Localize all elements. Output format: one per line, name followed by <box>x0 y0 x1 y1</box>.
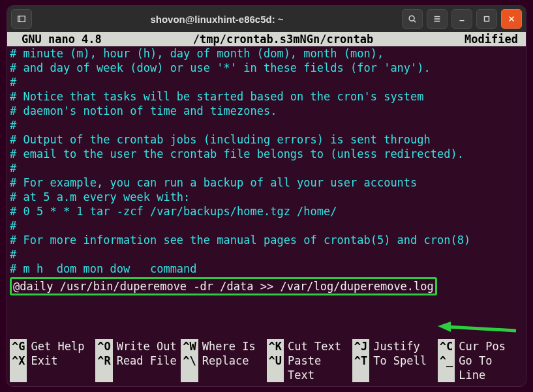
window-title: shovon@linuxhint-e86c5d: ~ <box>35 14 399 25</box>
close-icon <box>507 14 516 23</box>
svg-rect-8 <box>485 17 489 22</box>
shortcut-paste: ^UPaste Text <box>267 354 352 382</box>
search-icon <box>408 14 417 23</box>
content-line: # For more information see the manual pa… <box>10 234 470 247</box>
content-line: # daemon's notion of time and timezones. <box>10 104 277 117</box>
svg-line-3 <box>414 20 416 22</box>
new-tab-icon <box>17 14 26 23</box>
content-line: # m h dom mon dow command <box>10 262 197 275</box>
content-line: # <box>10 248 16 261</box>
shortcut-readfile: ^RRead File <box>95 354 181 382</box>
content-line: # at 5 a.m every week with: <box>10 190 190 204</box>
svg-rect-0 <box>18 16 25 22</box>
shortcut-goto: ^_Go To Line <box>438 354 523 382</box>
nano-status: Modified <box>464 32 522 46</box>
content-line: # <box>10 219 16 232</box>
terminal-window: shovon@linuxhint-e86c5d: ~ GNU nano 4.8 … <box>7 5 526 387</box>
content-line: # minute (m), hour (h), day of month (do… <box>10 47 384 60</box>
content-line: # and day of week (dow) or use '*' in th… <box>10 61 431 74</box>
shortcut-spell: ^TTo Spell <box>352 354 438 382</box>
nano-filepath: /tmp/crontab.s3mNGn/crontab <box>102 32 464 46</box>
search-button[interactable] <box>402 9 423 29</box>
highlighted-line-box: @daily /usr/bin/duperemove -dr /data >> … <box>10 277 437 295</box>
content-line: # Notice that tasks will be started base… <box>10 90 424 103</box>
content-line: # <box>10 76 16 89</box>
terminal-area[interactable]: GNU nano 4.8 /tmp/crontab.s3mNGn/crontab… <box>7 32 526 386</box>
hamburger-icon <box>433 14 442 23</box>
shortcut-curpos: ^CCur Pos <box>438 339 523 354</box>
shortcut-whereis: ^WWhere Is <box>181 339 266 354</box>
content-line: # email to the user the crontab file bel… <box>10 147 464 160</box>
titlebar: shovon@linuxhint-e86c5d: ~ <box>7 6 526 32</box>
content-line: # 0 5 * * 1 tar -zcf /var/backups/home.t… <box>10 205 337 218</box>
new-tab-button[interactable] <box>11 9 32 29</box>
annotation-arrow-icon <box>438 322 516 335</box>
menu-button[interactable] <box>427 9 448 29</box>
shortcut-justify: ^JJustify <box>352 339 438 354</box>
shortcut-cut: ^KCut Text <box>267 339 352 354</box>
highlighted-line: @daily /usr/bin/duperemove -dr /data >> … <box>13 280 434 293</box>
shortcut-replace: ^\Replace <box>181 354 266 382</box>
svg-marker-12 <box>438 322 451 332</box>
maximize-button[interactable] <box>476 9 497 29</box>
shortcut-exit: ^XExit <box>10 354 95 382</box>
minimize-button[interactable] <box>451 9 472 29</box>
shortcut-writeout: ^OWrite Out <box>95 339 181 354</box>
shortcut-help: ^GGet Help <box>10 339 95 354</box>
svg-point-2 <box>409 16 414 21</box>
minimize-icon <box>457 14 466 23</box>
nano-shortcuts: ^GGet Help ^OWrite Out ^WWhere Is ^KCut … <box>10 339 523 382</box>
editor-content[interactable]: # minute (m), hour (h), day of month (do… <box>7 46 526 297</box>
content-line: # Output of the crontab jobs (including … <box>10 133 431 146</box>
nano-appname: GNU nano 4.8 <box>11 32 102 46</box>
close-button[interactable] <box>501 9 522 29</box>
nano-header: GNU nano 4.8 /tmp/crontab.s3mNGn/crontab… <box>7 32 526 46</box>
content-line: # <box>10 119 16 132</box>
svg-line-11 <box>447 327 516 331</box>
content-line: # <box>10 162 16 175</box>
content-line: # For example, you can run a backup of a… <box>10 176 417 189</box>
maximize-icon <box>482 14 491 23</box>
